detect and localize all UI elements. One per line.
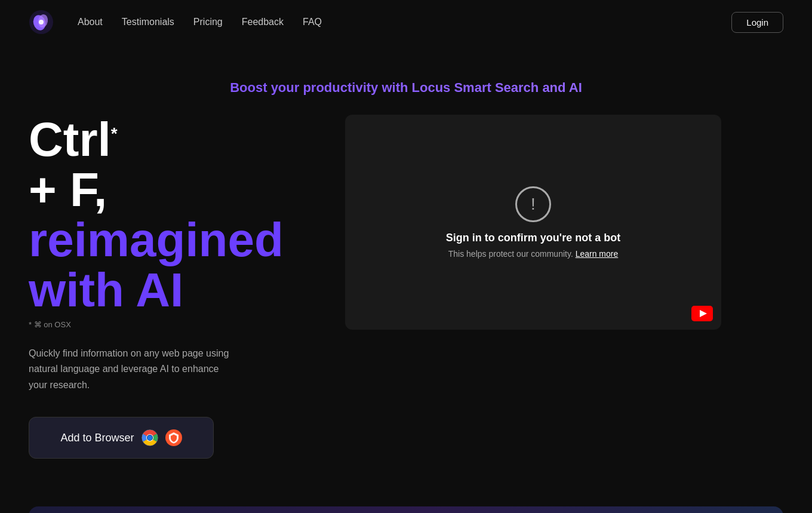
nav-links: About Testimonials Pricing Feedback FAQ	[78, 17, 322, 27]
hero-heading: Ctrl* + F, reimagined with AI	[29, 115, 321, 315]
nav-link-feedback[interactable]: Feedback	[242, 17, 284, 27]
nav-item-feedback[interactable]: Feedback	[242, 17, 284, 27]
heading-with-ai: with AI	[29, 263, 183, 317]
nav-left: About Testimonials Pricing Feedback FAQ	[29, 10, 322, 35]
brave-icon	[165, 429, 182, 446]
hero-section: Boost your productivity with Locus Smart…	[0, 44, 812, 483]
nav-item-pricing[interactable]: Pricing	[193, 17, 223, 27]
hero-footnote: * ⌘ on OSX	[29, 320, 321, 329]
video-error-sub: This helps protect our community. Learn …	[446, 249, 620, 259]
nav-item-faq[interactable]: FAQ	[303, 17, 322, 27]
nav-item-testimonials[interactable]: Testimonials	[122, 17, 174, 27]
nav-link-faq[interactable]: FAQ	[303, 17, 322, 27]
heading-reimagined: reimagined	[29, 213, 284, 266]
video-error-title: Sign in to confirm you're not a bot	[446, 232, 620, 244]
heading-sup: *	[111, 124, 118, 143]
hero-description: Quickly find information on any web page…	[29, 346, 232, 393]
heading-plus-f: + F,	[29, 163, 107, 216]
nav-link-about[interactable]: About	[78, 17, 103, 27]
nav-item-about[interactable]: About	[78, 17, 103, 27]
nav-link-pricing[interactable]: Pricing	[193, 17, 223, 27]
nav-link-testimonials[interactable]: Testimonials	[122, 17, 174, 27]
heading-ctrl: Ctrl*	[29, 113, 118, 166]
video-error-text: Sign in to confirm you're not a bot This…	[446, 232, 620, 259]
add-to-browser-button[interactable]: Add to Browser	[29, 417, 214, 459]
svg-point-8	[147, 435, 152, 441]
navbar: About Testimonials Pricing Feedback FAQ …	[0, 0, 812, 44]
learn-more-link[interactable]: Learn more	[576, 249, 619, 259]
svg-point-3	[39, 20, 44, 24]
error-icon: !	[515, 186, 551, 222]
logo-icon[interactable]	[29, 10, 54, 35]
youtube-icon	[691, 306, 713, 321]
chrome-icon	[142, 429, 158, 446]
hero-left: Ctrl* + F, reimagined with AI * ⌘ on OSX…	[29, 115, 321, 459]
cta-label: Add to Browser	[60, 432, 134, 444]
hero-tagline: Boost your productivity with Locus Smart…	[29, 80, 783, 96]
hero-video: ! Sign in to confirm you're not a bot Th…	[345, 115, 721, 330]
bottom-banner: Locus understands your search and, immed…	[29, 506, 783, 513]
video-error-container: ! Sign in to confirm you're not a bot Th…	[422, 162, 644, 282]
login-button[interactable]: Login	[731, 12, 783, 33]
hero-content: Ctrl* + F, reimagined with AI * ⌘ on OSX…	[29, 115, 783, 459]
